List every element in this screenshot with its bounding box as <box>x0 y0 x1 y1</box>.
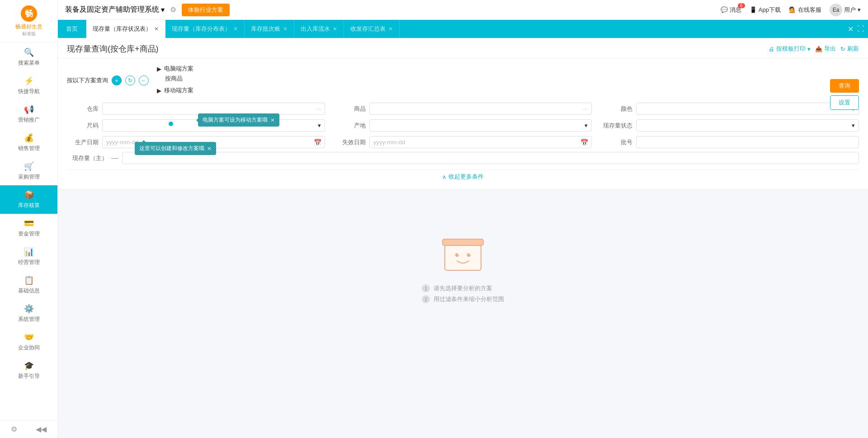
sidebar-item-inventory[interactable]: 📦 库存核算 <box>0 185 57 214</box>
sidebar-item-enterprise[interactable]: 🤝 企业协同 <box>0 328 57 356</box>
sidebar-item-search[interactable]: 🔍 搜索菜单 <box>0 43 57 71</box>
export-label: 导出 <box>824 45 836 53</box>
tooltip-pc-close[interactable]: ✕ <box>270 117 275 123</box>
tab-close-receive-summary[interactable]: ✕ <box>388 26 393 32</box>
filter-grid: 仓库 ··· 商品 ··· 颜色 <box>67 103 859 132</box>
sidebar-item-system[interactable]: ⚙️ 系统管理 <box>0 299 57 328</box>
tab-batch-ledger[interactable]: 库存批次账 ✕ <box>245 20 294 38</box>
svg-rect-0 <box>443 239 483 245</box>
reset-button[interactable]: 设置 <box>830 95 859 110</box>
empty-hint-1-text: 请先选择要分析的方案 <box>434 284 492 292</box>
collapse-bar[interactable]: ∧ 收起更多条件 <box>67 170 859 184</box>
sidebar-item-label: 基础信息 <box>18 287 40 295</box>
origin-label: 产地 <box>334 122 366 130</box>
sidebar-item-label: 系统管理 <box>18 316 40 323</box>
query-button[interactable]: 查询 <box>830 79 859 93</box>
scheme-item1[interactable]: 按商品 <box>157 74 193 84</box>
empty-svg <box>436 226 490 275</box>
tooltip-pc: 电脑方案可设为移动方案哦 ✕ <box>198 113 279 127</box>
scheme-group-pc: ▶ 电脑端方案 按商品 <box>157 64 193 84</box>
content-area: 现存量查询(按仓库+商品) 🖨 按模板打印 ▾ 📤 导出 ↻ 刷新 <box>58 38 868 438</box>
settings-footer-btn[interactable]: ⚙ <box>11 425 17 433</box>
tab-close-inventory-dist[interactable]: ✕ <box>233 26 238 32</box>
empty-state: 1 请先选择要分析的方案 2 用过滤条件来缩小分析范围 <box>58 189 868 342</box>
scheme-item1-label: 按商品 <box>165 75 183 83</box>
inventory-input[interactable] <box>122 152 859 164</box>
sidebar-item-sales[interactable]: 💰 销售管理 <box>0 128 57 157</box>
user-chevron-icon: ▾ <box>858 6 861 13</box>
tab-inventory-status[interactable]: 现存量（库存状况表） ✕ <box>86 20 165 38</box>
scheme-list: ▶ 电脑端方案 按商品 ▶ 移动端方案 <box>157 64 193 97</box>
tooltip-pc-text: 电脑方案可设为移动方案哦 <box>203 116 268 124</box>
sidebar-item-quicknav[interactable]: ⚡ 快捷导航 <box>0 71 57 100</box>
exp-date-input[interactable] <box>369 136 592 148</box>
tab-receive-summary[interactable]: 收发存汇总表 ✕ <box>344 20 400 38</box>
tab-close-batch-ledger[interactable]: ✕ <box>283 26 288 32</box>
origin-select[interactable]: ▾ <box>369 119 592 132</box>
sidebar-item-newbie[interactable]: 🎓 新手引导 <box>0 356 57 385</box>
header-right: 💬 消息 6 📱 App下载 💁 在线客服 Ea 用户 ▾ <box>721 4 861 16</box>
tab-fullscreen-btn[interactable]: ⛶ <box>857 25 864 33</box>
sidebar-item-label: 经营管理 <box>18 259 40 266</box>
tooltip-create-text: 这里可以创建和修改方案哦 <box>139 145 204 152</box>
app-download-button[interactable]: 📱 App下载 <box>750 6 781 14</box>
color-select[interactable]: ▾ <box>636 103 859 115</box>
tooltip-create-close[interactable]: ✕ <box>207 146 212 152</box>
logo-icon: 畅 <box>21 5 37 22</box>
online-service-label: 在线客服 <box>798 6 821 14</box>
purchase-icon: 🛒 <box>24 161 34 171</box>
print-button[interactable]: 🖨 按模板打印 ▾ <box>769 45 811 53</box>
export-button[interactable]: 📤 导出 <box>815 45 836 53</box>
sidebar-item-label: 营销推广 <box>18 116 40 124</box>
inv-status-select[interactable]: ▾ <box>636 119 859 132</box>
user-menu[interactable]: Ea 用户 ▾ <box>830 4 861 16</box>
online-service-button[interactable]: 💁 在线客服 <box>789 6 821 14</box>
export-icon: 📤 <box>815 46 822 52</box>
filter-refresh-button[interactable]: ↻ <box>125 75 135 85</box>
newbie-icon: 🎓 <box>24 361 34 371</box>
scheme-mobile-expand[interactable]: ▶ 移动端方案 <box>157 85 193 95</box>
warehouse-select[interactable]: ··· <box>102 103 325 115</box>
top-header: 装备及固定资产辅助管理系统 ▾ ⚙ 体验行业方案 💬 消息 6 📱 App下载 … <box>58 0 868 20</box>
batch-input[interactable] <box>636 136 859 148</box>
message-button[interactable]: 💬 消息 6 <box>721 6 741 14</box>
tab-home[interactable]: 首页 <box>58 20 86 38</box>
page-header: 现存量查询(按仓库+商品) 🖨 按模板打印 ▾ 📤 导出 ↻ 刷新 <box>58 38 868 58</box>
tab-close-inout-flow[interactable]: ✕ <box>333 26 337 32</box>
tab-close-all-btn[interactable]: ✕ <box>848 25 854 33</box>
service-icon: 💁 <box>789 6 796 13</box>
trial-button[interactable]: 体验行业方案 <box>182 4 230 16</box>
exp-date-cal-icon[interactable]: 📅 <box>580 139 588 146</box>
tab-inout-flow[interactable]: 出入库流水 ✕ <box>294 20 344 38</box>
sidebar-item-purchase[interactable]: 🛒 采购管理 <box>0 157 57 185</box>
prod-date-cal-icon[interactable]: 📅 <box>314 139 321 146</box>
tab-close-inventory-status[interactable]: ✕ <box>154 26 159 32</box>
filter-add-button[interactable]: + <box>112 75 122 85</box>
filter-area: 按以下方案查询 + ↻ ← ▶ 电脑端方案 按商品 <box>58 58 868 189</box>
filter-back-button[interactable]: ← <box>139 75 149 85</box>
tab-inventory-dist[interactable]: 现存量（库存分布表） ✕ <box>165 20 245 38</box>
sidebar-item-operations[interactable]: 📊 经营管理 <box>0 242 57 271</box>
avatar: Ea <box>830 4 842 16</box>
sidebar-item-finance[interactable]: 💳 资金管理 <box>0 214 57 242</box>
sidebar-item-basic[interactable]: 📋 基础信息 <box>0 271 57 299</box>
basic-icon: 📋 <box>24 275 34 285</box>
gear-button[interactable]: ⚙ <box>170 5 176 14</box>
collapse-sidebar-btn[interactable]: ◀◀ <box>36 425 47 433</box>
sidebar-item-label: 资金管理 <box>18 230 40 238</box>
refresh-button[interactable]: ↻ 刷新 <box>840 45 859 53</box>
scheme-pc-label: 电脑端方案 <box>164 65 193 73</box>
empty-hints: 1 请先选择要分析的方案 2 用过滤条件来缩小分析范围 <box>422 284 504 306</box>
color-label: 颜色 <box>601 105 632 113</box>
scheme-arrow-icon: ▶ <box>157 66 161 72</box>
sales-icon: 💰 <box>24 133 34 143</box>
filter-header: 按以下方案查询 + ↻ ← ▶ 电脑端方案 按商品 <box>67 64 859 97</box>
sidebar-item-marketing[interactable]: 📢 营销推广 <box>0 100 57 128</box>
goods-select[interactable]: ··· <box>369 103 592 115</box>
hint-num-2: 2 <box>422 295 430 303</box>
system-title-select[interactable]: 装备及固定资产辅助管理系统 ▾ <box>65 5 165 14</box>
page-actions: 🖨 按模板打印 ▾ 📤 导出 ↻ 刷新 <box>769 45 859 53</box>
goods-dots: ··· <box>583 105 588 112</box>
scheme-pc-expand[interactable]: ▶ 电脑端方案 <box>157 64 193 74</box>
chevron-up-icon: ∧ <box>442 174 447 180</box>
